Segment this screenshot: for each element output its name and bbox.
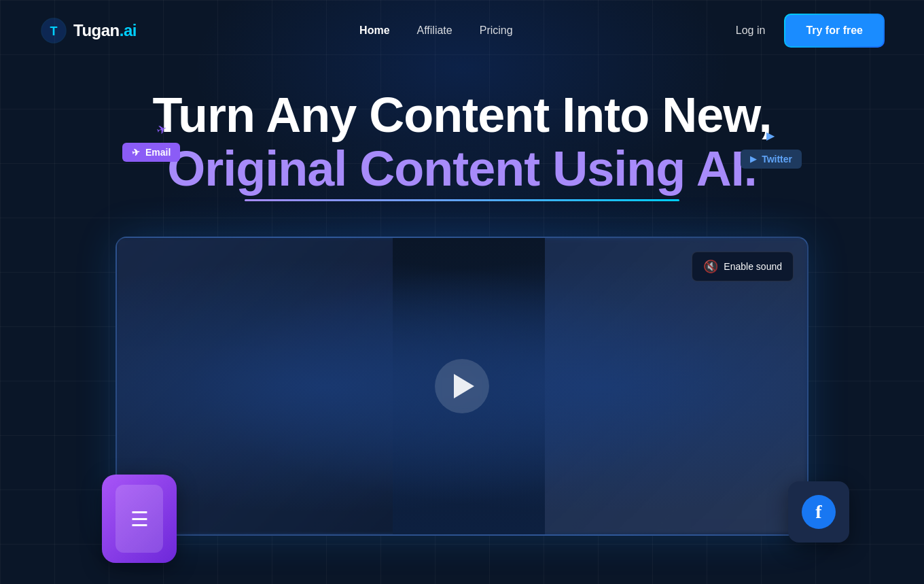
phone-card: ☰ — [102, 475, 177, 563]
email-badge: Email — [122, 143, 180, 162]
nav-links: Home Affiliate Pricing — [359, 24, 513, 37]
phone-inner: ☰ — [116, 485, 163, 553]
logo[interactable]: T Tugan.ai — [41, 18, 137, 44]
logo-icon: T — [41, 18, 67, 44]
mute-icon: 🔇 — [703, 259, 718, 274]
nav-pricing[interactable]: Pricing — [480, 24, 513, 36]
play-button[interactable] — [435, 359, 489, 413]
try-free-button[interactable]: Try for free — [785, 15, 883, 46]
hero-heading-line2: Original Content Using AI. — [167, 141, 756, 196]
twitter-badge-label: Twitter — [762, 154, 792, 165]
twitter-badge: Twitter — [741, 150, 802, 169]
play-icon — [454, 374, 474, 398]
facebook-card: f — [788, 481, 849, 543]
hero-heading-line1: Turn Any Content Into New, — [152, 88, 771, 142]
nav-home[interactable]: Home — [359, 24, 389, 36]
navbar: T Tugan.ai Home Affiliate Pricing Log in… — [0, 0, 924, 61]
login-button[interactable]: Log in — [736, 24, 766, 37]
phone-icon: ☰ — [130, 507, 149, 531]
twitter-arrow-icon: ▶ — [766, 129, 775, 142]
hero-section: Turn Any Content Into New, Original Cont… — [0, 61, 924, 196]
enable-sound-label: Enable sound — [724, 261, 782, 272]
svg-text:T: T — [50, 24, 58, 38]
facebook-icon: f — [802, 495, 836, 529]
email-badge-label: Email — [145, 147, 171, 158]
nav-affiliate[interactable]: Affiliate — [417, 24, 452, 36]
nav-right: Log in Try for free — [736, 15, 883, 46]
enable-sound-button[interactable]: 🔇 Enable sound — [692, 252, 794, 281]
video-container: 🔇 Enable sound — [116, 237, 808, 536]
logo-text: Tugan.ai — [73, 21, 137, 40]
video-wrapper: 🔇 Enable sound f ☰ — [116, 237, 808, 536]
